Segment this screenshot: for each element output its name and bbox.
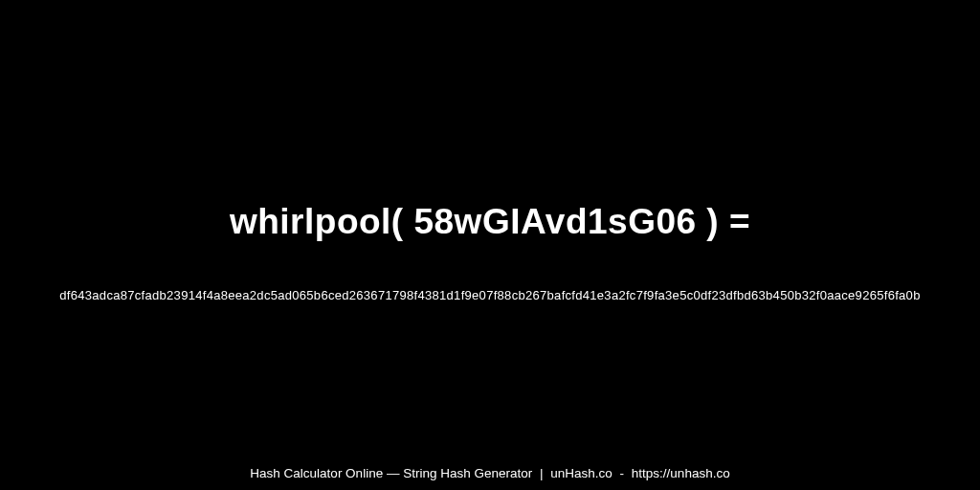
footer-url[interactable]: https://unhash.co — [632, 466, 730, 480]
footer-separator: - — [620, 466, 625, 480]
footer-description: Hash Calculator Online — String Hash Gen… — [250, 466, 532, 480]
footer: Hash Calculator Online — String Hash Gen… — [0, 466, 980, 490]
footer-separator: | — [540, 466, 544, 480]
hash-expression: whirlpool( 58wGIAvd1sG06 ) = — [230, 202, 750, 242]
hash-output: df643adca87cfadb23914f4a8eea2dc5ad065b6c… — [59, 288, 920, 302]
footer-site-name[interactable]: unHash.co — [550, 466, 612, 480]
main-content: whirlpool( 58wGIAvd1sG06 ) = df643adca87… — [0, 0, 980, 466]
